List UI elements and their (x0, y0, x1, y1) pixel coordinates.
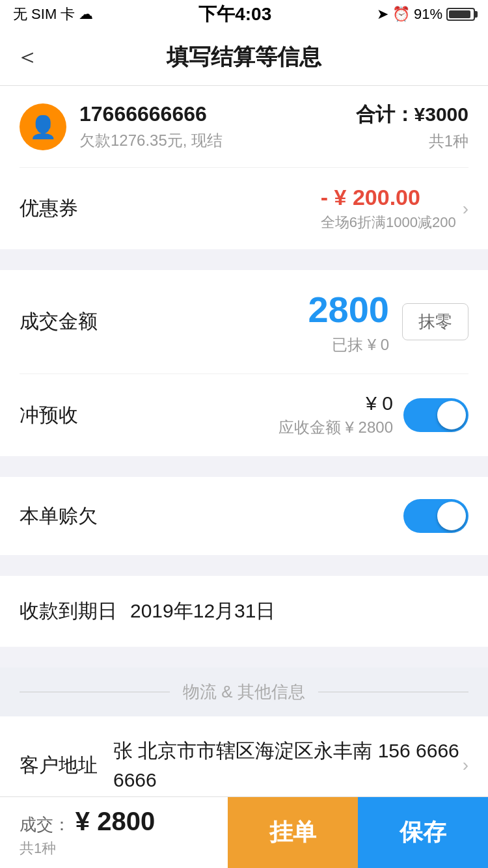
page-title: 填写结算等信息 (167, 42, 321, 72)
bottom-summary: 成交： ¥ 2800 共1种 (0, 807, 228, 858)
separator-3 (0, 565, 488, 576)
save-button[interactable]: 保存 (358, 797, 488, 869)
address-label: 客户地址 (20, 752, 98, 779)
logistics-divider: 物流 & 其他信息 (0, 668, 488, 716)
total-sub: 共1种 (356, 131, 468, 152)
duedate-row: 收款到期日 2019年12月31日 (20, 576, 468, 647)
status-right: ➤ ⏰ 91% (377, 6, 475, 23)
deal-amount-info: 2800 已抹 ¥ 0 (308, 288, 389, 355)
separator-2 (0, 467, 488, 477)
coupon-label: 优惠券 (20, 195, 78, 222)
deal-amount-right: 2800 已抹 ¥ 0 抹零 (308, 288, 468, 355)
user-info-section: 👤 17666666666 欠款1276.35元, 现结 合计：¥3000 共1… (0, 86, 488, 249)
advance-amount: ¥ 0 (278, 392, 393, 414)
advance-values: ¥ 0 应收金额 ¥ 2800 (278, 392, 393, 438)
deal-amount-value: 2800 (308, 288, 389, 331)
arrears-label: 本单赊欠 (20, 503, 98, 530)
user-sub: 欠款1276.35元, 现结 (79, 130, 223, 151)
total-amount: 合计：¥3000 (356, 102, 468, 128)
advance-row: 冲预收 ¥ 0 应收金额 ¥ 2800 (20, 374, 468, 456)
advance-label: 冲预收 (20, 402, 78, 429)
back-button[interactable]: ＜ (16, 41, 39, 73)
bottom-sub: 共1种 (20, 839, 208, 858)
user-info-text: 17666666666 欠款1276.35元, 现结 (79, 102, 223, 151)
duedate-label: 收款到期日 (20, 598, 117, 625)
user-right: 合计：¥3000 共1种 (356, 102, 468, 152)
advance-right: ¥ 0 应收金额 ¥ 2800 (278, 392, 468, 438)
battery-fill (449, 10, 470, 18)
sim-status: 无 SIM 卡 ☁ (13, 5, 93, 24)
coupon-row[interactable]: 优惠券 - ¥ 200.00 全场6折满1000减200 › (20, 167, 468, 249)
divider-line-right (318, 692, 468, 692)
arrears-row: 本单赊欠 (20, 477, 468, 555)
coupon-desc: 全场6折满1000减200 (321, 213, 456, 232)
separator-1 (0, 260, 488, 270)
avatar: 👤 (20, 103, 66, 150)
hang-button[interactable]: 挂单 (228, 797, 358, 869)
alarm-icon: ⏰ (392, 6, 410, 23)
bottom-deal-label: 成交： (20, 815, 70, 834)
bottom-deal-line: 成交： ¥ 2800 (20, 807, 208, 836)
deal-amount-sub: 已抹 ¥ 0 (308, 334, 389, 355)
avatar-icon: 👤 (29, 114, 57, 140)
battery-percent: 91% (414, 6, 442, 23)
arrears-section: 本单赊欠 (0, 477, 488, 555)
status-time: 下午4:03 (198, 2, 271, 27)
bottom-amount: ¥ 2800 (75, 807, 155, 835)
battery-bar (446, 8, 475, 21)
arrears-toggle[interactable] (403, 499, 468, 533)
duedate-value: 2019年12月31日 (130, 598, 275, 625)
toggle-knob (437, 401, 466, 429)
bottom-bar: 成交： ¥ 2800 共1种 挂单 保存 (0, 796, 488, 868)
status-bar: 无 SIM 卡 ☁ 下午4:03 ➤ ⏰ 91% (0, 0, 488, 29)
advance-sub: 应收金额 ¥ 2800 (278, 417, 393, 438)
arrears-toggle-knob (437, 502, 466, 530)
address-chevron-icon: › (463, 755, 468, 776)
nav-bar: ＜ 填写结算等信息 (0, 29, 488, 86)
coupon-right: - ¥ 200.00 全场6折满1000减200 › (321, 185, 468, 232)
deal-amount-row: 成交金额 2800 已抹 ¥ 0 抹零 (20, 270, 468, 374)
user-row: 👤 17666666666 欠款1276.35元, 现结 合计：¥3000 共1… (20, 86, 468, 167)
chevron-right-icon: › (463, 198, 468, 219)
advance-toggle[interactable] (403, 398, 468, 432)
user-left: 👤 17666666666 欠款1276.35元, 现结 (20, 102, 223, 151)
coupon-discount: - ¥ 200.00 (321, 185, 456, 210)
location-icon: ➤ (377, 6, 388, 23)
round-button[interactable]: 抹零 (402, 303, 468, 340)
deal-label: 成交金额 (20, 308, 98, 335)
user-phone: 17666666666 (79, 102, 223, 126)
separator-4 (0, 657, 488, 668)
status-left: 无 SIM 卡 ☁ (13, 5, 93, 24)
divider-line-left (20, 692, 170, 692)
amount-section: 成交金额 2800 已抹 ¥ 0 抹零 冲预收 ¥ 0 应收金额 ¥ 2800 (0, 270, 488, 456)
logistics-label: 物流 & 其他信息 (183, 681, 305, 703)
address-value: 张 北京市市辖区海淀区永丰南 156 6666 6666 (113, 736, 463, 794)
duedate-section: 收款到期日 2019年12月31日 (0, 576, 488, 647)
coupon-info: - ¥ 200.00 全场6折满1000减200 (321, 185, 456, 232)
